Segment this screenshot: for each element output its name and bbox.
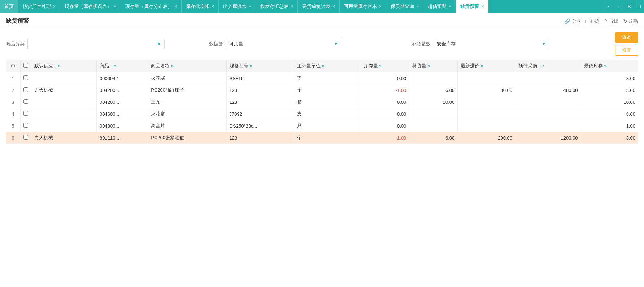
row-checkbox[interactable] — [23, 135, 28, 140]
th-supplier: 默认供应... ⇅ — [31, 60, 97, 72]
row-stock: -1.00 — [361, 84, 409, 96]
table-container: ⚙ 默认供应... ⇅ 商品... ⇅ — [0, 60, 644, 144]
tab-inventory-dist[interactable]: 现存量（库存分布表） × — [121, 0, 182, 13]
row-supplier: 力天机械 — [31, 132, 97, 144]
row-replenish — [409, 72, 458, 84]
tab-overstock[interactable]: 超储预警 × — [423, 0, 456, 13]
replenish-button[interactable]: □ 补货 — [586, 18, 599, 25]
row-checkbox-cell — [20, 132, 31, 144]
row-stock: 0.00 — [361, 108, 409, 120]
row-estimated-purchase: 1200.00 — [515, 132, 581, 144]
row-checkbox[interactable] — [23, 99, 28, 104]
tab-maximize[interactable]: □ — [634, 0, 644, 13]
row-checkbox[interactable] — [23, 75, 28, 80]
row-min-stock: 8.00 — [581, 72, 638, 84]
row-latest-price: 80.00 — [458, 84, 515, 96]
replenish-base-label: 补货基数 — [412, 41, 431, 47]
th-min-stock-sort[interactable]: 最低库存 ⇅ — [584, 63, 635, 69]
th-supplier-sort[interactable]: 默认供应... ⇅ — [34, 63, 94, 69]
row-supplier — [31, 72, 97, 84]
replenish-base-select[interactable]: 安全库存 ▼ — [434, 39, 549, 49]
product-code-sort-icon: ⇅ — [114, 64, 117, 68]
tab-close-expiry[interactable]: × — [416, 4, 419, 9]
row-product-code: 801110... — [97, 132, 148, 144]
row-checkbox[interactable] — [23, 87, 28, 92]
tab-close-batch-account[interactable]: × — [212, 4, 214, 9]
row-latest-price — [458, 72, 515, 84]
tab-order-stats[interactable]: 要货单统计表 × — [298, 0, 340, 13]
th-product-code-sort[interactable]: 商品... ⇅ — [100, 63, 145, 69]
row-unit: 支 — [294, 108, 361, 120]
th-checkbox — [20, 60, 31, 72]
tab-picking[interactable]: 拣货异常处理 × — [18, 0, 60, 13]
tab-available-book[interactable]: 可用量库存账本 × — [340, 0, 386, 13]
tab-home[interactable]: 首页 — [0, 0, 18, 13]
table-row: 5 004800... 离合片 DS250*23c... 只 0.00 1.00 — [6, 120, 638, 132]
row-stock: 0.00 — [361, 96, 409, 108]
datasource-select-value: 可用量 — [229, 41, 243, 47]
row-estimated-purchase — [515, 72, 581, 84]
tab-close-available-book[interactable]: × — [379, 4, 382, 9]
datasource-select[interactable]: 可用量 ▼ — [226, 39, 341, 49]
export-button[interactable]: ⇧ 导出 — [604, 18, 619, 25]
tab-close-summary[interactable]: × — [291, 4, 293, 9]
th-min-stock: 最低库存 ⇅ — [581, 60, 638, 72]
row-latest-price: 200.00 — [458, 132, 515, 144]
tab-shortage[interactable]: 缺货预警 × — [456, 0, 488, 13]
tab-close-all[interactable]: ✕ — [624, 0, 634, 13]
th-product-name-sort[interactable]: 商品名称 ⇅ — [151, 63, 223, 69]
datasource-filter-group: 数据源 可用量 ▼ — [209, 39, 406, 49]
select-all-checkbox[interactable] — [23, 63, 28, 68]
tab-inout-flow[interactable]: 出入库流水 × — [219, 0, 256, 13]
row-supplier — [31, 120, 97, 132]
row-checkbox[interactable] — [23, 123, 28, 128]
table-row: 1 0000042 火花塞 SS816 支 0.00 8.00 — [6, 72, 638, 84]
tab-inventory-status[interactable]: 现存量（库存状况表） × — [60, 0, 121, 13]
page-header: 缺货预警 🔗 分享 □ 补货 ⇧ 导出 ↻ 刷新 — [0, 13, 644, 28]
share-button[interactable]: 🔗 分享 — [564, 18, 581, 25]
tab-close-inventory-status[interactable]: × — [114, 4, 116, 9]
th-spec: 规格型号 ⇅ — [226, 60, 294, 72]
tab-close-order-stats[interactable]: × — [332, 4, 335, 9]
row-unit: 箱 — [294, 96, 361, 108]
th-stock-sort[interactable]: 库存量 ⇅ — [364, 63, 406, 69]
th-estimated-purchase-sort[interactable]: 预计采购... ⇅ — [518, 63, 578, 69]
row-estimated-purchase — [515, 120, 581, 132]
th-replenish-sort[interactable]: 补货量 ⇅ — [412, 63, 454, 69]
row-product-code: 004200... — [97, 96, 148, 108]
tab-summary[interactable]: 收发存汇总表 × — [256, 0, 298, 13]
category-filter-group: 商品分类 ▼ — [6, 39, 203, 49]
row-latest-price — [458, 96, 515, 108]
row-checkbox[interactable] — [23, 111, 28, 116]
tab-close-inout-flow[interactable]: × — [249, 4, 251, 9]
row-supplier: 力天机械 — [31, 84, 97, 96]
row-supplier — [31, 96, 97, 108]
row-replenish: 6.00 — [409, 84, 458, 96]
tab-nav-prev[interactable]: ‹ — [604, 0, 614, 13]
row-spec: 123 — [226, 84, 294, 96]
tab-batch-account[interactable]: 库存批次账 × — [182, 0, 219, 13]
row-stock: 0.00 — [361, 120, 409, 132]
row-product-code: 0000042 — [97, 72, 148, 84]
tab-close-picking[interactable]: × — [53, 4, 56, 9]
settings-button[interactable]: 设置 — [615, 45, 638, 56]
tab-close-shortage[interactable]: × — [481, 4, 484, 9]
row-replenish: 20.00 — [409, 96, 458, 108]
refresh-button[interactable]: ↻ 刷新 — [623, 18, 638, 25]
tab-expiry[interactable]: 保质期查询 × — [386, 0, 423, 13]
tab-close-overstock[interactable]: × — [449, 4, 451, 9]
row-seq: 6 — [6, 132, 20, 144]
th-latest-price-sort[interactable]: 最新进价 ⇅ — [461, 63, 512, 69]
tab-nav-next[interactable]: › — [614, 0, 624, 13]
th-unit-sort[interactable]: 主计量单位 ⇅ — [297, 63, 358, 69]
row-product-code: 004200... — [97, 84, 148, 96]
query-button[interactable]: 查询 — [615, 32, 638, 43]
row-stock: -1.00 — [361, 132, 409, 144]
row-min-stock: 8.00 — [581, 108, 638, 120]
table-settings-icon[interactable]: ⚙ — [10, 63, 15, 69]
th-spec-sort[interactable]: 规格型号 ⇅ — [230, 63, 291, 69]
unit-sort-icon: ⇅ — [322, 64, 325, 68]
datasource-label: 数据源 — [209, 41, 223, 47]
tab-close-inventory-dist[interactable]: × — [174, 4, 177, 9]
category-select[interactable]: ▼ — [27, 39, 165, 49]
